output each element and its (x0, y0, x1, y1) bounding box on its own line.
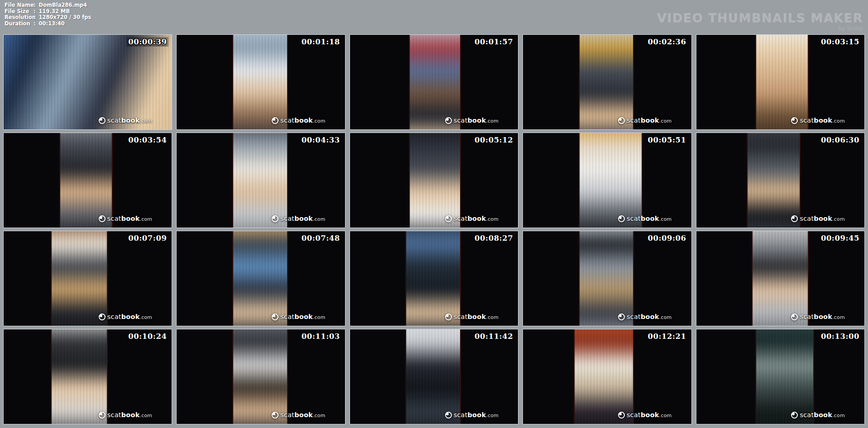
thumbnail-image-content (232, 35, 288, 129)
file-size-value: 119.32 MB (39, 8, 70, 14)
thumbnail-image-content (405, 329, 461, 424)
video-thumbnail: 00:09:45 scatbook.com (696, 231, 865, 326)
video-thumbnail: 00:01:57 scatbook.com (350, 34, 518, 130)
video-thumbnail: 00:07:09 scatbook.com (3, 231, 172, 326)
watermark: scatbook.com (791, 215, 844, 222)
thumbnail-image-content (755, 35, 809, 129)
watermark-text: scatbook.com (454, 117, 499, 124)
watermark-text: scatbook.com (280, 117, 325, 124)
timestamp-label: 00:02:36 (646, 37, 688, 47)
watermark-text: scatbook.com (280, 411, 325, 418)
video-thumbnail: 00:11:03 scatbook.com (176, 329, 345, 424)
thumbnail-image-content (755, 329, 814, 424)
file-name-value: DomBla286.mp4 (39, 2, 87, 8)
timestamp-label: 00:07:09 (126, 233, 168, 243)
watermark-text: scatbook.com (800, 117, 844, 124)
resolution-value: 1280x720 / 30 fps (39, 14, 91, 20)
timestamp-label: 00:10:24 (126, 332, 168, 341)
thumbnail-frame-image (574, 329, 634, 424)
watermark: scatbook.com (99, 313, 152, 320)
timestamp-label: 00:09:45 (819, 233, 861, 243)
watermark-text: scatbook.com (454, 215, 499, 222)
crescent-circle-icon (272, 117, 278, 124)
separator: : (34, 9, 36, 15)
watermark: scatbook.com (445, 411, 499, 418)
crescent-circle-icon (272, 215, 278, 222)
crescent-circle-icon (791, 314, 798, 320)
crescent-circle-icon (618, 215, 625, 222)
watermark-text: scatbook.com (280, 215, 325, 222)
watermark: scatbook.com (445, 117, 499, 124)
thumbnail-frame-image (409, 35, 461, 129)
thumbnail-image-content (409, 35, 461, 129)
thumbnail-frame-image (232, 35, 288, 129)
watermark-text: scatbook.com (627, 411, 671, 418)
thumbnail-image-content (579, 35, 634, 129)
watermark-text: scatbook.com (280, 313, 325, 320)
video-thumbnail: 00:01:18 scatbook.com (176, 34, 345, 130)
video-thumbnail: 00:04:33 scatbook.com (176, 133, 345, 228)
resolution-label: Resolution (5, 14, 34, 21)
video-thumbnail: 00:00:39 scatbook.com (3, 34, 172, 130)
duration-label: Duration (5, 21, 34, 27)
watermark-text: scatbook.com (107, 117, 152, 124)
separator: : (34, 14, 36, 21)
thumbnail-frame-image (752, 231, 809, 326)
thumbnail-image-content (51, 231, 108, 326)
thumbnail-frame-image (405, 329, 461, 424)
video-thumbnail: 00:03:15 scatbook.com (696, 34, 865, 130)
crescent-circle-icon (445, 215, 452, 222)
timestamp-label: 00:09:06 (646, 233, 688, 243)
watermark: scatbook.com (272, 117, 325, 124)
thumbnail-frame-image (232, 329, 288, 424)
crescent-circle-icon (618, 117, 625, 124)
watermark-text: scatbook.com (454, 411, 499, 418)
watermark: scatbook.com (618, 117, 671, 124)
video-thumbnail: 00:11:42 scatbook.com (350, 329, 518, 424)
thumbnail-image-content (59, 133, 113, 228)
thumbnail-image-content (232, 231, 288, 326)
video-thumbnail: 00:03:54 scatbook.com (3, 133, 172, 228)
watermark: scatbook.com (791, 313, 844, 320)
file-size-label: File Size (5, 9, 34, 15)
thumbnail-frame-image (409, 133, 461, 228)
timestamp-label: 00:01:18 (300, 37, 342, 47)
crescent-circle-icon (618, 314, 625, 320)
file-size-row: File Size:119.32 MB (5, 9, 91, 15)
thumbnail-image-content (405, 231, 461, 326)
video-thumbnail: 00:02:36 scatbook.com (523, 34, 691, 130)
watermark-text: scatbook.com (627, 313, 671, 320)
watermark: scatbook.com (272, 411, 325, 418)
crescent-circle-icon (99, 412, 106, 418)
thumbnail-image-content (409, 133, 461, 228)
crescent-circle-icon (791, 117, 798, 124)
crescent-circle-icon (272, 314, 278, 320)
watermark: scatbook.com (791, 117, 844, 124)
thumbnail-frame-image (579, 35, 634, 129)
timestamp-label: 00:06:30 (819, 135, 861, 145)
watermark: scatbook.com (445, 215, 499, 222)
timestamp-label: 00:11:42 (473, 332, 515, 341)
watermark-text: scatbook.com (800, 411, 844, 418)
thumbnail-frame-image (51, 329, 108, 424)
separator: : (34, 21, 36, 27)
thumbnail-grid: 00:00:39 scatbook.com 00:01:18 scatbook.… (3, 34, 865, 424)
file-name-row: File Name:DomBla286.mp4 (5, 2, 91, 9)
timestamp-label: 00:12:21 (646, 332, 688, 341)
thumbnail-frame-image (755, 329, 814, 424)
resolution-row: Resolution:1280x720 / 30 fps (5, 14, 91, 21)
thumbnail-image-content (579, 133, 643, 228)
video-thumbnail: 00:10:24 scatbook.com (3, 329, 172, 424)
watermark-text: scatbook.com (107, 215, 152, 222)
thumbnail-image-content (232, 133, 288, 228)
timestamp-label: 00:00:39 (126, 37, 168, 47)
watermark: scatbook.com (618, 411, 671, 418)
watermark-text: scatbook.com (627, 215, 671, 222)
timestamp-label: 00:01:57 (473, 37, 515, 47)
thumbnail-frame-image (755, 35, 809, 129)
watermark-text: scatbook.com (454, 313, 499, 320)
video-thumbnail: 00:05:51 scatbook.com (523, 133, 691, 228)
watermark: scatbook.com (791, 411, 844, 418)
thumbnail-image-content (51, 329, 108, 424)
timestamp-label: 00:13:00 (819, 332, 861, 341)
